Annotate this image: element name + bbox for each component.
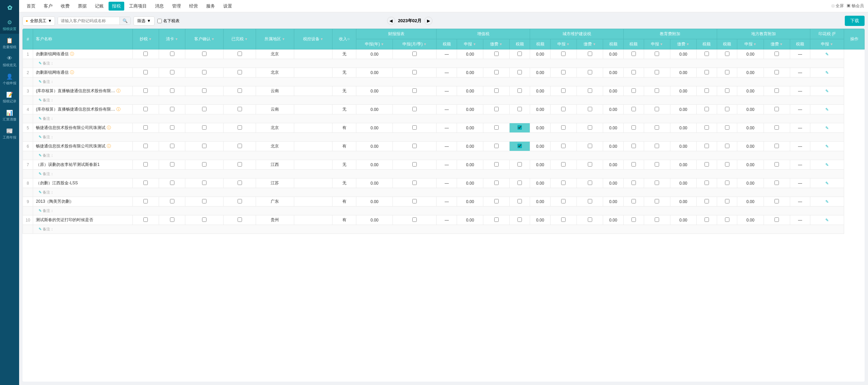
city-declare[interactable] (550, 49, 577, 59)
named-tax-checkbox[interactable] (157, 19, 162, 23)
report-year[interactable] (393, 142, 437, 151)
vat-fee-checkbox[interactable] (517, 107, 522, 111)
confirm-checkbox[interactable] (202, 70, 207, 74)
city-declare-checkbox[interactable] (561, 144, 566, 148)
vat-fee-checkbox[interactable] (517, 162, 522, 167)
vat-declare[interactable] (483, 86, 510, 96)
nav-service[interactable]: 服务 (203, 2, 218, 11)
local-fee[interactable] (717, 123, 737, 133)
vat-declare-checkbox[interactable] (494, 181, 499, 185)
local-declare[interactable] (696, 123, 717, 133)
city-fee[interactable] (577, 197, 603, 206)
report-year-checkbox[interactable] (412, 181, 417, 185)
edu-declare[interactable] (623, 142, 644, 151)
checkbox-named-tax[interactable]: 名下税表 (157, 18, 180, 24)
stamp-declare[interactable] (764, 215, 790, 225)
stamp-declare[interactable] (764, 197, 790, 206)
vat-declare-checkbox[interactable] (494, 125, 499, 130)
filter-button[interactable]: 筛选 ▼ (133, 16, 155, 26)
edu-declare-checkbox[interactable] (631, 125, 636, 130)
search-button[interactable]: 🔍 (119, 17, 130, 25)
clear-cell[interactable] (159, 215, 185, 225)
city-declare[interactable] (550, 197, 577, 206)
edu-declare[interactable] (623, 123, 644, 133)
stamp-declare[interactable] (764, 142, 790, 151)
clear-cell[interactable] (159, 197, 185, 206)
city-declare-checkbox[interactable] (561, 181, 566, 185)
vat-fee-checkbox[interactable] (517, 217, 522, 222)
copy-checkbox[interactable] (143, 125, 148, 130)
edit-action[interactable]: ✎ (810, 105, 844, 114)
edu-fee[interactable] (644, 68, 670, 77)
vat-declare-checkbox[interactable] (494, 199, 499, 203)
local-declare[interactable] (696, 86, 717, 96)
copy-checkbox[interactable] (143, 199, 148, 203)
vat-declare-checkbox[interactable] (494, 144, 499, 148)
note-edit-icon[interactable]: ✎ (39, 190, 42, 194)
city-declare[interactable] (550, 123, 577, 133)
city-declare-checkbox[interactable] (561, 162, 566, 167)
city-fee[interactable] (577, 105, 603, 114)
clear-checkbox[interactable] (170, 162, 174, 167)
next-month-button[interactable]: ▶ (424, 17, 432, 25)
clear-checkbox[interactable] (170, 88, 174, 93)
clear-checkbox[interactable] (170, 199, 174, 203)
local-declare-checkbox[interactable] (705, 125, 709, 130)
local-fee[interactable] (717, 179, 737, 188)
city-fee-checkbox[interactable] (588, 217, 592, 222)
local-fee-checkbox[interactable] (725, 162, 729, 167)
edit-icon[interactable]: ✎ (825, 126, 829, 130)
declared-checkbox[interactable] (238, 199, 242, 203)
vat-fee[interactable] (510, 160, 530, 170)
local-fee[interactable] (717, 68, 737, 77)
vat-fee[interactable] (510, 179, 530, 188)
sidebar-item-tax-view[interactable]: 👁 报税览见 (0, 52, 19, 70)
confirm-checkbox[interactable] (202, 199, 207, 203)
edit-icon[interactable]: ✎ (825, 144, 829, 149)
local-fee-checkbox[interactable] (725, 125, 729, 130)
copy-cell[interactable] (132, 123, 159, 133)
nav-invoice[interactable]: 票据 (74, 2, 90, 11)
stamp-declare-checkbox[interactable] (774, 70, 779, 74)
confirm-cell[interactable] (185, 86, 224, 96)
declared-checkbox[interactable] (238, 181, 242, 185)
edu-declare[interactable] (623, 197, 644, 206)
declared-checkbox[interactable] (238, 125, 242, 130)
local-declare[interactable] (696, 142, 717, 151)
declared-cell[interactable] (224, 215, 256, 225)
declared-cell[interactable] (224, 179, 256, 188)
city-declare-checkbox[interactable] (561, 70, 566, 74)
note-edit-icon[interactable]: ✎ (39, 227, 42, 231)
local-declare-checkbox[interactable] (705, 70, 709, 74)
edu-declare[interactable] (623, 68, 644, 77)
local-fee-checkbox[interactable] (725, 107, 729, 111)
edu-fee[interactable] (644, 105, 670, 114)
copy-checkbox[interactable] (143, 144, 148, 148)
declared-cell[interactable] (224, 49, 256, 59)
vat-fee-checkbox[interactable] (517, 181, 522, 185)
confirm-checkbox[interactable] (202, 88, 207, 93)
clear-cell[interactable] (159, 160, 185, 170)
edu-declare[interactable] (623, 49, 644, 59)
copy-checkbox[interactable] (143, 88, 148, 93)
declared-checkbox[interactable] (238, 162, 242, 167)
edit-icon[interactable]: ✎ (825, 199, 829, 204)
declared-checkbox[interactable] (238, 70, 242, 74)
edu-declare[interactable] (623, 179, 644, 188)
report-year[interactable] (393, 49, 437, 59)
stamp-declare-checkbox[interactable] (774, 144, 779, 148)
report-year-checkbox[interactable] (412, 199, 417, 203)
report-year[interactable] (393, 105, 437, 114)
local-fee-checkbox[interactable] (725, 70, 729, 74)
clear-cell[interactable] (159, 142, 185, 151)
local-declare[interactable] (696, 105, 717, 114)
city-fee[interactable] (577, 86, 603, 96)
note-edit-icon[interactable]: ✎ (39, 135, 42, 139)
local-declare-checkbox[interactable] (705, 52, 709, 56)
local-declare-checkbox[interactable] (705, 88, 709, 93)
clear-checkbox[interactable] (170, 181, 174, 185)
nav-settings[interactable]: 设置 (220, 2, 236, 11)
edu-declare-checkbox[interactable] (631, 88, 636, 93)
city-fee-checkbox[interactable] (588, 199, 592, 203)
confirm-checkbox[interactable] (202, 52, 207, 56)
